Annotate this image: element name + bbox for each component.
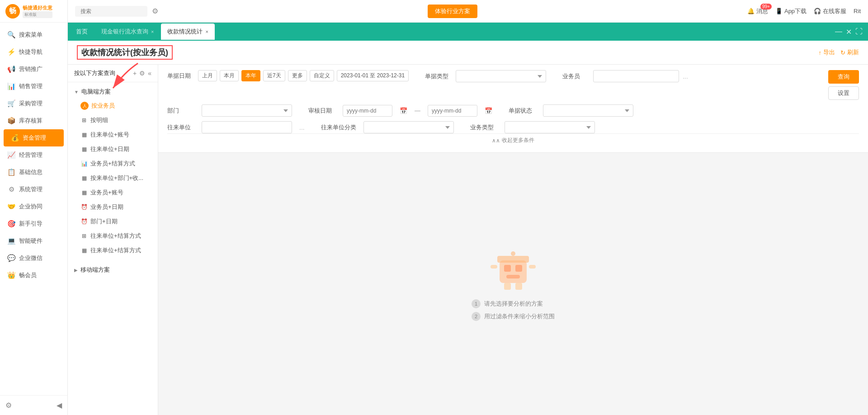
export-btn[interactable]: ↑ 导出 xyxy=(819,48,835,57)
salesman-filter: 业务员 ... xyxy=(562,70,688,82)
business-type-label: 业务类型 xyxy=(470,123,497,132)
header-online-service[interactable]: 🎧 在线客服 xyxy=(814,7,846,15)
sidebar-item-basicinfo[interactable]: 📋 基础信息 xyxy=(0,164,67,181)
svg-rect-5 xyxy=(529,265,536,269)
header-username[interactable]: Rit xyxy=(854,8,861,14)
doc-status-label: 单据状态 xyxy=(509,107,536,115)
scheme-item-salesman-account[interactable]: ▦ 业务员+账号 xyxy=(68,185,158,200)
group-arrow-right-icon: ▶ xyxy=(74,268,78,273)
scheme-item-by-detail[interactable]: ⊞ 按明细 xyxy=(68,113,158,127)
sidebar-item-marketing[interactable]: 📢 营销推广 xyxy=(0,61,67,78)
settings-gear-icon[interactable]: ⚙ xyxy=(152,7,158,15)
sidebar-item-system[interactable]: ⚙ 系统管理 xyxy=(0,181,67,198)
message-badge: 99+ xyxy=(760,4,772,9)
tab-bank-flow-close[interactable]: × xyxy=(151,29,154,34)
partner-category-select[interactable] xyxy=(363,121,454,133)
audit-date-to[interactable] xyxy=(428,105,477,117)
scheme-group-pc-header[interactable]: ▼ 电脑端方案 xyxy=(68,85,158,99)
calendar-from-icon[interactable]: 📅 xyxy=(400,107,407,114)
scheme-item-partner-settlement1[interactable]: ⊞ 往来单位+结算方式 xyxy=(68,229,158,243)
doc-type-label: 单据类型 xyxy=(425,72,452,80)
sidebar-item-wechat[interactable]: 💬 企业微信 xyxy=(0,250,67,267)
date-btn-this-year[interactable]: 本年 xyxy=(241,70,260,81)
scheme-item-dept-date[interactable]: ⏰ 部门+日期 xyxy=(68,214,158,229)
salesman-dots[interactable]: ... xyxy=(683,73,688,80)
finance-icon: 💰 xyxy=(11,134,19,142)
doc-type-select[interactable] xyxy=(456,70,546,82)
date-btn-last-month[interactable]: 上月 xyxy=(198,70,217,81)
sidebar-item-guide[interactable]: 🎯 新手引导 xyxy=(0,215,67,232)
filter-settings-btn[interactable]: 设置 xyxy=(828,86,859,100)
partner-input[interactable] xyxy=(202,121,292,133)
salesman-label: 业务员 xyxy=(562,72,590,80)
scheme-item-by-partner-dept[interactable]: ▦ 按来单位+部门+收... xyxy=(68,171,158,185)
partner-dots[interactable]: ... xyxy=(299,124,305,131)
date-btn-more[interactable]: 更多 xyxy=(288,70,307,81)
doc-status-select[interactable] xyxy=(543,104,633,117)
sidebar-item-quicknav[interactable]: ⚡ 快捷导航 xyxy=(0,43,67,61)
active-indicator: 人 xyxy=(80,102,89,110)
header-message[interactable]: 🔔 消息 99+ xyxy=(747,7,768,15)
sidebar-item-operations[interactable]: 📈 经营管理 xyxy=(0,146,67,164)
refresh-btn[interactable]: ↻ 刷新 xyxy=(840,48,859,57)
top-header: ⚙ 体验行业方案 🔔 消息 99+ 📱 App下载 🎧 在线客服 Rit xyxy=(68,0,868,23)
table4-icon: ▦ xyxy=(80,189,88,196)
collapse-bar[interactable]: ∧∧ 收起更多条件 xyxy=(167,133,859,147)
date-btn-this-month[interactable]: 本月 xyxy=(220,70,239,81)
logo-title: 畅捷通好生意 xyxy=(23,5,52,11)
panel-add-btn[interactable]: + xyxy=(133,70,137,77)
date-label: 单据日期 xyxy=(167,72,194,80)
audit-date-from[interactable] xyxy=(343,105,392,117)
date-range-display: 2023-01-01 至 2023-12-31 xyxy=(337,70,409,81)
footer-collapse-icon[interactable]: ◀ xyxy=(57,401,62,410)
panel-settings-btn[interactable]: ⚙ xyxy=(139,70,145,77)
system-icon: ⚙ xyxy=(7,185,15,193)
date-btn-7days[interactable]: 近7天 xyxy=(263,70,285,81)
tab-receipt-stats-close[interactable]: × xyxy=(205,29,208,34)
dept-select[interactable] xyxy=(202,104,292,117)
tab-bank-flow[interactable]: 现金银行流水查询 × xyxy=(95,24,160,40)
action-buttons: 查询 设置 xyxy=(828,70,859,100)
sidebar-item-finance[interactable]: 💰 资金管理 xyxy=(4,129,64,146)
trial-btn[interactable]: 体验行业方案 xyxy=(428,5,477,18)
date-btn-custom[interactable]: 自定义 xyxy=(310,70,334,81)
tab-maximize-icon[interactable]: ⛶ xyxy=(855,28,863,36)
sidebar-item-inventory[interactable]: 📦 库存核算 xyxy=(0,112,67,129)
sidebar-item-search[interactable]: 🔍 搜索菜单 xyxy=(0,26,67,43)
sidebar-item-sales[interactable]: 📊 销售管理 xyxy=(0,78,67,95)
date-buttons-group: 上月 本月 本年 近7天 更多 自定义 2023-01-01 至 2023-12… xyxy=(198,70,409,81)
scheme-item-by-salesman[interactable]: 人 按业务员 xyxy=(68,99,158,113)
query-btn[interactable]: 查询 xyxy=(828,70,859,84)
sidebar-item-purchase[interactable]: 🛒 采购管理 xyxy=(0,95,67,112)
scheme-item-salesman-date[interactable]: ⏰ 业务员+日期 xyxy=(68,200,158,214)
tab-receipt-stats[interactable]: 收款情况统计 × xyxy=(161,24,214,40)
date-filter-group: 单据日期 上月 本月 本年 近7天 更多 自定义 2023-01-01 至 20… xyxy=(167,70,409,81)
scheme-item-partner-settlement2[interactable]: ▦ 往来单位+结算方式 xyxy=(68,243,158,258)
enterprise-icon: 🤝 xyxy=(7,203,15,211)
sidebar-item-enterprise[interactable]: 🤝 企业协同 xyxy=(0,198,67,215)
panel-header: 按以下方案查询 + ⚙ « xyxy=(68,65,158,82)
sidebar-item-hardware[interactable]: 💻 智能硬件 xyxy=(0,232,67,250)
tab-minimize-icon[interactable]: — xyxy=(835,28,842,36)
tab-close-all-icon[interactable]: ✕ xyxy=(846,28,852,36)
result-area: 1 请先选择要分析的方案 2 用过滤条件来缩小分析范围 xyxy=(158,153,868,415)
business-type-select[interactable] xyxy=(505,121,595,133)
tabs-bar: 首页 现金银行流水查询 × 收款情况统计 × — ✕ ⛶ xyxy=(68,23,868,41)
tab-home[interactable]: 首页 xyxy=(70,24,94,40)
sidebar-item-member[interactable]: 👑 畅会员 xyxy=(0,267,67,284)
header-app-download[interactable]: 📱 App下载 xyxy=(775,7,807,15)
salesman-input[interactable] xyxy=(593,70,679,82)
scheme-item-partner-date[interactable]: ▦ 往来单位+日期 xyxy=(68,142,158,156)
content-with-sidebar: 按以下方案查询 + ⚙ « ▼ 电脑端方案 人 xyxy=(68,65,868,415)
header-search-input[interactable] xyxy=(75,6,147,17)
scheme-item-salesman-settlement[interactable]: 📊 业务员+结算方式 xyxy=(68,156,158,171)
header-right: 🔔 消息 99+ 📱 App下载 🎧 在线客服 Rit xyxy=(747,7,861,15)
scheme-group-mobile-header[interactable]: ▶ 移动端方案 xyxy=(68,263,158,277)
right-panel: 单据日期 上月 本月 本年 近7天 更多 自定义 2023-01-01 至 20… xyxy=(158,65,868,415)
calendar-to-icon[interactable]: 📅 xyxy=(485,107,492,114)
footer-settings-icon[interactable]: ⚙ xyxy=(5,401,12,410)
step-2-text: 用过滤条件来缩小分析范围 xyxy=(484,312,555,321)
refresh-icon: ↻ xyxy=(840,49,845,56)
panel-collapse-btn[interactable]: « xyxy=(148,70,151,77)
scheme-item-partner-account[interactable]: ▦ 往来单位+账号 xyxy=(68,127,158,142)
